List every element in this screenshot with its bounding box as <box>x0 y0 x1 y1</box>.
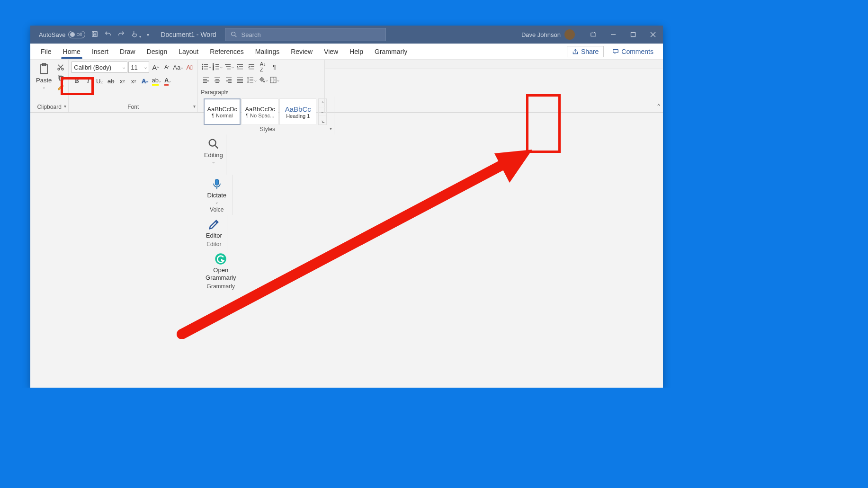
styles-group-label: Styles <box>260 126 275 133</box>
grammarly-group-label: Grammarly <box>207 283 235 290</box>
tab-references[interactable]: References <box>204 44 250 60</box>
align-left-icon[interactable] <box>201 75 211 85</box>
svg-rect-10 <box>60 76 63 80</box>
style-normal[interactable]: AaBbCcDc ¶ Normal <box>204 98 241 125</box>
paragraph-dialog-launcher[interactable]: ▾ <box>226 89 228 94</box>
search-icon <box>230 31 238 38</box>
style-heading1[interactable]: AaBbCc Heading 1 <box>279 98 316 125</box>
tab-review[interactable]: Review <box>285 44 318 60</box>
clipboard-dialog-launcher[interactable]: ▾ <box>64 104 66 109</box>
tab-help[interactable]: Help <box>344 44 369 60</box>
clipboard-group-label: Clipboard <box>37 104 61 110</box>
touch-mode-icon[interactable]: ▾ <box>131 30 141 39</box>
customize-qat-icon[interactable]: ▾ <box>147 32 149 37</box>
change-case-icon[interactable]: Aa⌵ <box>173 62 183 72</box>
grow-font-icon[interactable]: A^ <box>150 62 161 72</box>
search-box[interactable] <box>225 28 386 41</box>
tab-file[interactable]: File <box>35 44 57 60</box>
clipboard-icon <box>37 62 51 76</box>
share-icon <box>572 48 579 55</box>
autosave-toggle[interactable]: AutoSave Off <box>39 31 85 38</box>
svg-point-12 <box>202 64 203 65</box>
tab-design[interactable]: Design <box>141 44 173 60</box>
document-canvas[interactable] <box>325 60 663 69</box>
decrease-indent-icon[interactable] <box>235 62 245 72</box>
search-input[interactable] <box>242 31 381 38</box>
tab-grammarly[interactable]: Grammarly <box>369 44 413 60</box>
shading-icon[interactable]: ⌵ <box>258 75 268 85</box>
word-app-window: AutoSave Off ▾ ▾ Document1 - Word Dave J… <box>30 26 663 388</box>
user-name[interactable]: Dave Johnson <box>521 31 561 38</box>
numbering-icon[interactable]: 123⌵ <box>212 62 223 72</box>
close-button[interactable] <box>643 26 663 44</box>
justify-icon[interactable] <box>235 75 245 85</box>
tab-home[interactable]: Home <box>57 44 86 60</box>
comments-icon <box>612 48 619 55</box>
styles-dialog-launcher[interactable]: ▾ <box>330 126 332 131</box>
editor-button[interactable]: Editor <box>203 217 225 240</box>
clear-formatting-icon[interactable]: A⃠ <box>184 62 195 72</box>
style-no-spacing[interactable]: AaBbCcDc ¶ No Spac... <box>242 98 278 125</box>
tab-view[interactable]: View <box>318 44 344 60</box>
strikethrough-button[interactable]: ab <box>106 76 116 86</box>
undo-icon[interactable] <box>104 30 112 39</box>
ribbon-display-icon[interactable] <box>583 26 603 44</box>
align-center-icon[interactable] <box>212 75 223 85</box>
bold-button[interactable]: B <box>72 76 82 86</box>
line-spacing-icon[interactable]: ⌵ <box>246 75 257 85</box>
paragraph-group-label: Paragraph <box>201 89 227 96</box>
open-grammarly-button[interactable]: Open Grammarly <box>203 251 239 282</box>
maximize-button[interactable] <box>623 26 643 44</box>
dictate-button[interactable]: Dictate ⌄ <box>205 177 229 205</box>
avatar[interactable] <box>564 29 575 40</box>
subscript-button[interactable]: x2 <box>117 76 127 86</box>
bullets-icon[interactable]: ⌵ <box>201 62 211 72</box>
tab-layout[interactable]: Layout <box>173 44 204 60</box>
borders-icon[interactable]: ⌵ <box>269 75 279 85</box>
document-title: Document1 - Word <box>161 31 216 38</box>
svg-marker-23 <box>494 150 532 183</box>
share-button[interactable]: Share <box>567 46 604 57</box>
italic-button[interactable]: I <box>83 76 93 86</box>
font-dialog-launcher[interactable]: ▾ <box>193 104 196 109</box>
collapse-ribbon-icon[interactable]: ^ <box>657 103 660 109</box>
increase-indent-icon[interactable] <box>246 62 257 72</box>
format-painter-icon[interactable] <box>56 83 65 93</box>
svg-point-18 <box>263 81 265 82</box>
styles-scroll-up[interactable]: ^ <box>319 99 326 107</box>
sort-icon[interactable]: A↓Z <box>258 62 268 72</box>
ribbon-tabs: File Home Insert Draw Design Layout Refe… <box>30 44 663 60</box>
save-icon[interactable] <box>91 30 98 39</box>
svg-rect-21 <box>215 179 218 186</box>
shrink-font-icon[interactable]: Aˇ <box>161 62 172 72</box>
align-right-icon[interactable] <box>224 75 234 85</box>
tab-mailings[interactable]: Mailings <box>250 44 285 60</box>
font-size-combo[interactable]: 11⌵ <box>128 62 149 73</box>
styles-scroll-down[interactable]: ⌄ <box>319 107 326 116</box>
font-name-combo[interactable]: Calibri (Body)⌵ <box>72 62 127 73</box>
minimize-button[interactable] <box>603 26 623 44</box>
tab-insert[interactable]: Insert <box>86 44 114 60</box>
editor-group-label: Editor <box>206 241 221 248</box>
highlight-color-icon[interactable]: ab⌵ <box>151 76 161 86</box>
paste-button[interactable]: Paste ⌄ <box>33 62 54 90</box>
svg-point-14 <box>202 69 203 70</box>
text-effects-icon[interactable]: A⌵ <box>140 76 150 86</box>
cut-icon[interactable] <box>56 62 65 72</box>
underline-button[interactable]: U⌵ <box>94 76 105 86</box>
superscript-button[interactable]: x2 <box>128 76 139 86</box>
svg-rect-4 <box>631 33 635 37</box>
magnifier-icon <box>207 137 220 151</box>
copy-icon[interactable] <box>56 73 65 82</box>
grammarly-icon <box>214 252 227 266</box>
show-paragraph-marks-icon[interactable]: ¶ <box>269 62 279 72</box>
microphone-icon <box>210 177 224 191</box>
styles-expand[interactable]: ⌄̲ <box>319 116 326 124</box>
tab-draw[interactable]: Draw <box>114 44 141 60</box>
comments-button[interactable]: Comments <box>608 46 658 57</box>
redo-icon[interactable] <box>117 30 125 39</box>
font-color-icon[interactable]: A⌵ <box>162 76 173 86</box>
editing-button[interactable]: Editing ⌄ <box>201 136 226 165</box>
svg-point-20 <box>209 140 215 146</box>
multilevel-list-icon[interactable]: ⌵ <box>224 62 234 72</box>
